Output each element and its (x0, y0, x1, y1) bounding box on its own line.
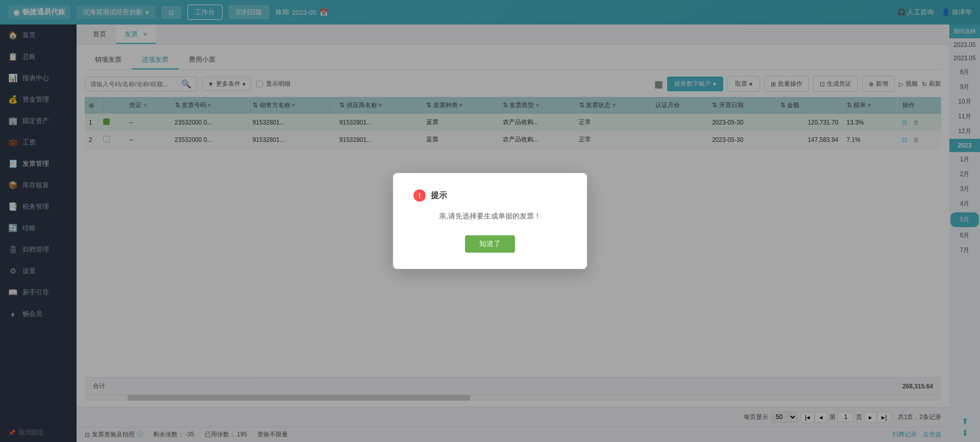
confirm-button[interactable]: 知道了 (465, 235, 515, 253)
modal-message: 亲,请先选择要生成单据的发票！ (413, 212, 567, 221)
modal-overlay: ! 提示 亲,请先选择要生成单据的发票！ 知道了 (0, 0, 980, 442)
modal-title: ! 提示 (413, 189, 567, 202)
modal-footer: 知道了 (413, 235, 567, 253)
warning-icon: ! (413, 189, 426, 202)
modal-dialog: ! 提示 亲,请先选择要生成单据的发票！ 知道了 (393, 173, 587, 269)
